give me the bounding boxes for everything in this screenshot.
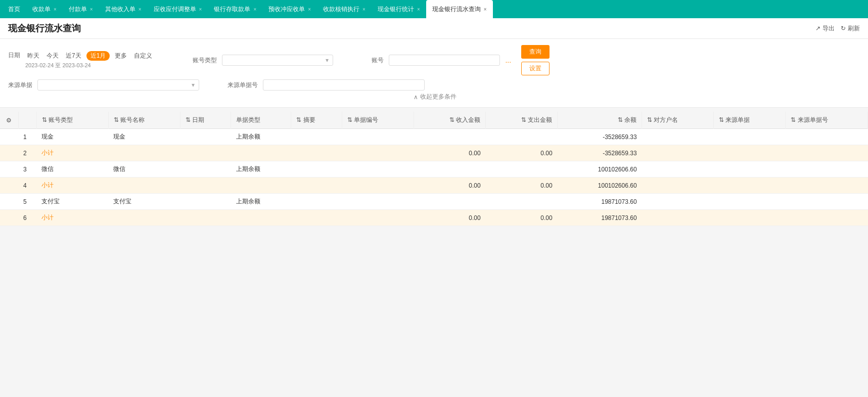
- settings-button[interactable]: 设置: [521, 62, 550, 75]
- cell-summary: [291, 129, 342, 145]
- cell-balance: 19871073.60: [558, 194, 642, 210]
- cell-account-type: 微信: [36, 161, 108, 178]
- cell-date: [180, 145, 231, 161]
- col-doc-type: 单据类型: [231, 112, 291, 129]
- close-tab-4-icon[interactable]: ×: [253, 7, 256, 12]
- date-option-7days[interactable]: 近7天: [64, 51, 83, 61]
- col-account-type[interactable]: ⇅ 账号类型: [36, 112, 108, 129]
- close-tab-1-icon[interactable]: ×: [90, 7, 93, 12]
- col-income[interactable]: ⇅ 收入金额: [414, 112, 486, 129]
- source-doc-select[interactable]: ▾: [37, 79, 199, 91]
- cell-account-name: [108, 145, 180, 161]
- nav-tab-shoukuanhexiao[interactable]: 收款核销执行 ×: [317, 0, 372, 18]
- col-balance[interactable]: ⇅ 余额: [558, 112, 642, 129]
- export-button[interactable]: ↗ 导出: [815, 24, 835, 33]
- cell-account-name: [108, 210, 180, 226]
- filter-row-1: 日期 昨天 今天 近7天 近1月 更多 自定义 2023-02-24 至 202…: [8, 45, 860, 75]
- table-row: 6小计0.000.0019871073.60: [0, 210, 868, 226]
- page-title: 现金银行流水查询: [8, 22, 81, 34]
- table-row: 3微信微信上期余额100102606.60: [0, 161, 868, 178]
- table-header-row: ⚙ ⇅ 账号类型 ⇅ 账号名称 ⇅ 日期 单据类型: [0, 112, 868, 129]
- close-tab-2-icon[interactable]: ×: [139, 7, 142, 12]
- date-options: 昨天 今天 近7天 近1月 更多 自定义: [25, 51, 154, 61]
- cell-source-doc-no: [786, 129, 868, 145]
- cell-counterparty: [642, 194, 714, 210]
- account-dots-button[interactable]: ...: [503, 56, 513, 64]
- cell-doc-no: [342, 194, 414, 210]
- date-label: 日期: [8, 51, 20, 60]
- date-option-custom[interactable]: 自定义: [132, 51, 154, 61]
- collapse-bar[interactable]: ∧ 收起更多条件: [8, 91, 860, 101]
- cell-source-doc: [714, 194, 786, 210]
- col-counterparty[interactable]: ⇅ 对方户名: [642, 112, 714, 129]
- nav-tab-liushui[interactable]: 现金银行流水查询 ×: [426, 0, 493, 18]
- action-panel: 查询 设置: [521, 45, 550, 75]
- account-type-label: 账号类型: [193, 56, 217, 65]
- cell-source-doc-no: [786, 194, 868, 210]
- cell-doc-type: 上期余额: [231, 161, 291, 178]
- nav-tab-qitashouru[interactable]: 其他收入单 ×: [99, 0, 148, 18]
- date-option-today[interactable]: 今天: [44, 51, 61, 61]
- table-row: 5支付宝支付宝上期余额19871073.60: [0, 194, 868, 210]
- cell-num: 6: [18, 210, 36, 226]
- nav-tab-fukuandan[interactable]: 付款单 ×: [63, 0, 99, 18]
- account-type-select[interactable]: ▾: [222, 55, 333, 66]
- header-actions: ↗ 导出 ↻ 刷新: [815, 24, 860, 33]
- table-row: 4小计0.000.00100102606.60: [0, 178, 868, 194]
- cell-summary: [291, 194, 342, 210]
- cell-income: [414, 194, 486, 210]
- cell-source-doc: [714, 210, 786, 226]
- cell-source-doc: [714, 145, 786, 161]
- cell-num: 5: [18, 194, 36, 210]
- page-header: 现金银行流水查询 ↗ 导出 ↻ 刷新: [0, 18, 868, 39]
- cell-counterparty: [642, 210, 714, 226]
- col-gear[interactable]: ⚙: [0, 112, 18, 129]
- close-tab-7-icon[interactable]: ×: [417, 7, 420, 12]
- cell-account-type: 小计: [36, 178, 108, 194]
- account-type-filter-group: 账号类型 ▾: [193, 55, 333, 66]
- cell-income: 0.00: [414, 145, 486, 161]
- close-tab-0-icon[interactable]: ×: [54, 7, 57, 12]
- nav-tab-shoukuandan[interactable]: 收款单 ×: [26, 0, 63, 18]
- top-navigation: 首页 收款单 × 付款单 × 其他收入单 × 应收应付调整单 × 银行存取款单 …: [0, 0, 868, 18]
- col-source-doc[interactable]: ⇅ 来源单据: [714, 112, 786, 129]
- nav-tab-yushouChong[interactable]: 预收冲应收单 ×: [262, 0, 317, 18]
- cell-num: 4: [18, 178, 36, 194]
- source-doc-filter-group: 来源单据 ▾: [8, 79, 199, 91]
- close-tab-3-icon[interactable]: ×: [199, 7, 202, 12]
- close-tab-6-icon[interactable]: ×: [362, 7, 366, 12]
- cell-account-type: 支付宝: [36, 194, 108, 210]
- cell-account-name: 微信: [108, 161, 180, 178]
- cell-doc-type: 上期余额: [231, 194, 291, 210]
- filter-row-2: 来源单据 ▾ 来源单据号: [8, 79, 860, 91]
- date-filter-group: 日期 昨天 今天 近7天 近1月 更多 自定义 2023-02-24 至 202…: [8, 51, 154, 69]
- col-date[interactable]: ⇅ 日期: [180, 112, 231, 129]
- refresh-button[interactable]: ↻ 刷新: [841, 24, 860, 33]
- cell-gear: [0, 129, 18, 145]
- nav-tab-xianjinyinhangtongjit[interactable]: 现金银行统计 ×: [372, 0, 426, 18]
- cell-doc-type: [231, 210, 291, 226]
- date-option-1month[interactable]: 近1月: [86, 51, 110, 61]
- nav-tab-yinhangcunqu[interactable]: 银行存取款单 ×: [208, 0, 262, 18]
- account-input[interactable]: [389, 55, 500, 66]
- col-expense[interactable]: ⇅ 支出金额: [486, 112, 558, 129]
- cell-doc-type: [231, 178, 291, 194]
- collapse-label: 收起更多条件: [420, 93, 456, 101]
- col-doc-no[interactable]: ⇅ 单据编号: [342, 112, 414, 129]
- col-source-doc-no[interactable]: ⇅ 来源单据号: [786, 112, 868, 129]
- nav-home[interactable]: 首页: [2, 5, 26, 14]
- date-option-yesterday[interactable]: 昨天: [25, 51, 41, 61]
- col-summary[interactable]: ⇅ 摘要: [291, 112, 342, 129]
- search-button[interactable]: 查询: [521, 45, 550, 59]
- close-tab-8-icon[interactable]: ×: [484, 7, 487, 12]
- col-account-name[interactable]: ⇅ 账号名称: [108, 112, 180, 129]
- cell-account-name: [108, 178, 180, 194]
- cell-source-doc-no: [786, 145, 868, 161]
- source-doc-no-input[interactable]: [263, 79, 425, 91]
- cell-source-doc-no: [786, 161, 868, 178]
- date-option-more[interactable]: 更多: [113, 51, 129, 61]
- nav-tab-yingshoutiaozheng[interactable]: 应收应付调整单 ×: [148, 0, 208, 18]
- close-tab-5-icon[interactable]: ×: [308, 7, 311, 12]
- filter-area: 日期 昨天 今天 近7天 近1月 更多 自定义 2023-02-24 至 202…: [0, 39, 868, 108]
- cell-income: [414, 161, 486, 178]
